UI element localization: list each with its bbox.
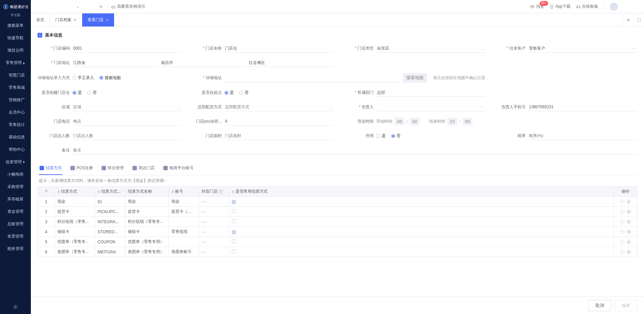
selfpick-no-radio[interactable]: 否 (239, 90, 249, 96)
avatar[interactable] (610, 3, 618, 11)
app-download-button[interactable]: App下载 (549, 4, 571, 9)
end-hour-input[interactable] (447, 118, 457, 125)
table-header-common[interactable]: ▲▼是否常用结算方式 (229, 187, 614, 197)
inner-tab[interactable]: 结算方式 (39, 162, 62, 175)
sidebar-item[interactable]: 总账管理 (0, 218, 31, 230)
store-tel-input[interactable] (72, 117, 181, 126)
org-selector[interactable]: ⌄ (35, 5, 95, 8)
sidebar-settings[interactable] (0, 301, 31, 314)
table-row[interactable]: 6美团券（零售专...MEITUAN美团券（零售专用）美团券账号- -+🗑 (38, 247, 637, 257)
tax-rate-input[interactable] (528, 132, 637, 140)
sidebar-item[interactable]: 快捷导航 (0, 32, 31, 44)
fullscreen-button[interactable] (633, 13, 644, 26)
store-code-input[interactable] (72, 44, 181, 53)
delete-row-button[interactable]: 🗑 (627, 250, 631, 254)
sidebar-item[interactable]: 采购管理 (0, 181, 31, 193)
start-min-input[interactable] (410, 118, 420, 125)
sidebar-item[interactable]: 发票管理 (0, 230, 31, 243)
inner-tab[interactable]: 班次管理 (101, 162, 124, 175)
table-header-gear[interactable] (38, 187, 55, 197)
add-row-button[interactable]: + (620, 240, 625, 244)
close-icon[interactable]: ✕ (73, 18, 76, 22)
addr-mode-manual-radio[interactable]: 手工录入 (72, 75, 94, 81)
inner-tab[interactable]: 电商平台账号 (163, 162, 194, 175)
sidebar-item[interactable]: 基础信息 (0, 131, 31, 143)
add-row-button[interactable]: + (620, 209, 625, 214)
delete-row-button[interactable]: 🗑 (627, 219, 631, 224)
delete-row-button[interactable]: 🗑 (627, 230, 631, 234)
sidebar-item[interactable]: 会员中心 (0, 106, 31, 119)
demo-link[interactable]: 我要看实例演示 (111, 4, 145, 9)
close-icon[interactable]: ✕ (106, 18, 109, 22)
area-sqm-input[interactable] (224, 132, 333, 140)
department-select[interactable] (376, 88, 485, 97)
create-wh-no-radio[interactable]: 否 (87, 90, 97, 96)
table-header-name[interactable]: 结算方式名称 (125, 187, 169, 197)
sidebar-item[interactable]: 资金管理 (0, 205, 31, 218)
staff-count-input[interactable] (72, 132, 181, 140)
table-row[interactable]: 5优惠券（零售专...COUPON优惠券（零售专用）- -+🗑 (38, 237, 637, 247)
checkbox[interactable] (232, 209, 236, 213)
add-row-button[interactable]: + (620, 219, 625, 224)
selfpick-yes-radio[interactable]: 是 (224, 90, 234, 96)
table-header-method[interactable]: ▲▼结算方式 (55, 187, 95, 197)
checkbox[interactable] (232, 200, 236, 204)
store-type-select[interactable] (376, 44, 485, 53)
tab[interactable]: 门店档案✕ (50, 13, 82, 26)
disabled-no-radio[interactable]: 否 (391, 133, 400, 139)
sidebar-item[interactable]: 项目合同 (0, 44, 31, 57)
disabled-yes-radio[interactable]: 是 (376, 133, 386, 139)
sidebar-item[interactable]: 批发管理▼ (0, 156, 31, 168)
end-min-input[interactable] (463, 118, 473, 125)
sidebar-item[interactable]: 零售统计 (0, 119, 31, 131)
table-header-code[interactable]: ▲▼结算方式... (95, 187, 125, 197)
customer-service-button[interactable]: 在线客服 (576, 4, 598, 9)
help-icon[interactable]: ? (219, 190, 223, 194)
inner-tab[interactable]: 周边门店 (132, 162, 155, 175)
delete-row-button[interactable]: 🗑 (627, 240, 631, 244)
inner-tab[interactable]: POS注册 (70, 162, 94, 175)
messages-button[interactable]: 消息 99+ (530, 4, 544, 9)
delete-row-button[interactable]: 🗑 (627, 199, 631, 204)
sidebar-item[interactable]: 营销推广 (0, 94, 31, 106)
sidebar-item[interactable]: 税务管理 (0, 243, 31, 255)
sidebar-item[interactable]: 搜索菜单 (0, 19, 31, 32)
table-row[interactable]: 4储值卡STORED...储值卡零售抵现- -+🗑 (38, 227, 637, 237)
pos-encrypt-input[interactable] (224, 117, 333, 126)
tab[interactable]: 首页 (31, 13, 50, 26)
table-header-store[interactable]: 对应门店? (199, 187, 229, 197)
save-button[interactable]: 保存 (614, 300, 637, 311)
add-row-button[interactable]: + (620, 199, 625, 204)
checkbox[interactable] (232, 219, 236, 223)
city-select[interactable] (160, 59, 246, 67)
search-map-button[interactable]: 搜索地图 (403, 73, 427, 82)
delete-row-button[interactable]: 🗑 (627, 209, 631, 214)
start-hour-input[interactable] (394, 118, 405, 125)
ship-mode-select[interactable] (224, 103, 333, 111)
sidebar-item[interactable]: 零售管理▲ (0, 57, 31, 69)
table-row[interactable]: 3积分抵现（零售...INTEGRA...积分抵现（零售专...- -+🗑 (38, 217, 637, 227)
close-all-tabs-button[interactable]: ✕ (623, 13, 633, 26)
customer-select[interactable] (528, 44, 637, 53)
owner-select[interactable] (376, 103, 485, 111)
addr-mode-map-radio[interactable]: 搜索地图 (99, 75, 121, 81)
store-name-input[interactable] (224, 44, 333, 53)
checkbox[interactable] (232, 249, 236, 253)
table-row[interactable]: 2提货卡PICKUPC...提货卡提货卡（...- -+🗑 (38, 207, 637, 217)
add-row-button[interactable]: + (620, 230, 625, 234)
tab[interactable]: 查看门店✕ (82, 13, 114, 26)
checkbox[interactable] (232, 239, 236, 243)
sidebar-item[interactable]: 智慧门店 (0, 69, 31, 81)
detail-address-input[interactable] (224, 74, 400, 82)
add-row-button[interactable]: + (620, 250, 625, 254)
checkbox[interactable] (232, 230, 236, 234)
sidebar-item[interactable]: 小畅电商 (0, 168, 31, 181)
create-wh-yes-radio[interactable]: 是 (72, 90, 82, 96)
gear-icon[interactable] (99, 4, 103, 9)
sidebar-item[interactable]: 库存核算 (0, 193, 31, 205)
owner-phone-input[interactable] (528, 103, 637, 111)
sidebar-item[interactable]: 帮助中心 (0, 143, 31, 156)
cancel-button[interactable]: 取消 (588, 300, 611, 311)
table-row[interactable]: 1现金01现金现金- -+🗑 (38, 197, 637, 207)
area-select[interactable] (72, 103, 181, 111)
